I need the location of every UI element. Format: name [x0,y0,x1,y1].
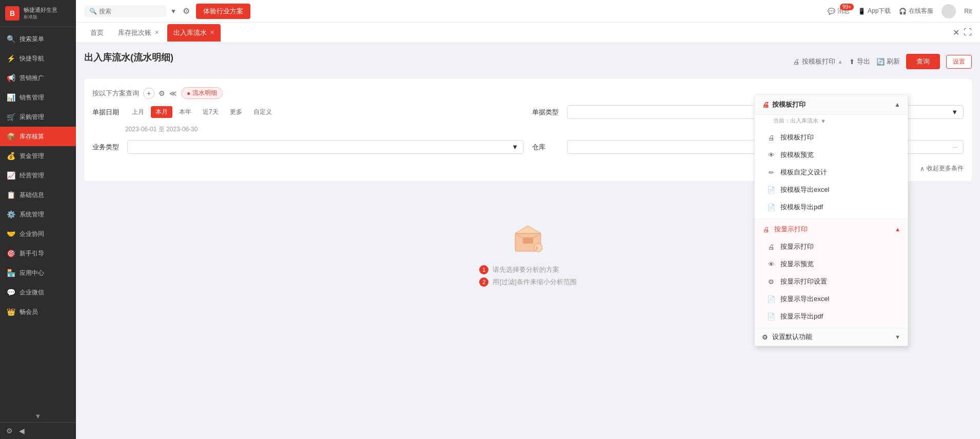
tab-home[interactable]: 首页 [84,24,110,42]
template-pdf-label: 按模板导出pdf [780,203,823,212]
header-online-service[interactable]: 🎧 在线客服 [899,7,933,15]
filter-tag[interactable]: ● 流水明细 [181,87,223,99]
sidebar-item-shortcut[interactable]: ⚡ 快捷导航 [0,49,76,68]
collapse-label: 收起更多条件 [927,164,964,173]
dropdown-template-preview[interactable]: 👁 按模板预览 [755,146,908,164]
sidebar-scroll-down[interactable]: ▼ [0,410,76,422]
dropdown-display-pdf[interactable]: 📄 按显示导出pdf [755,308,908,325]
dropdown-display-print[interactable]: 🖨 按显示打印 [755,238,908,255]
refresh-btn[interactable]: 🔄 刷新 [876,57,900,66]
business-label: 业务类型 [92,143,123,152]
display-print-icon: 🖨 [767,243,775,251]
date-btn-this-year[interactable]: 本年 [174,106,196,118]
header-search-input[interactable] [99,8,161,15]
message-badge: 99+ [840,4,854,10]
dropdown-template-print[interactable]: 🖨 按模板打印 [755,129,908,146]
sidebar-label-operation: 经营管理 [19,171,44,180]
business-dropdown-arrow: ▼ [512,143,518,151]
step-num-2: 2 [479,277,488,287]
purchase-icon: 🛒 [6,112,15,122]
tab-flow[interactable]: 出入库流水 ✕ [167,24,221,42]
dropdown-display-preview[interactable]: 👁 按显示预览 [755,255,908,273]
dropdown-template-pdf[interactable]: 📄 按模板导出pdf [755,198,908,216]
dropdown-display-settings[interactable]: ⚙ 按显示打印设置 [755,273,908,290]
sidebar-item-corp[interactable]: 🤝 企业协同 [0,224,76,244]
sidebar-label-sales: 销售管理 [19,93,44,102]
sidebar: B 畅捷通好生意 标准版 🔍 搜索菜单 ⚡ 快捷导航 📢 营销推广 📊 销售管理… [0,0,76,439]
sidebar-item-finance[interactable]: 💰 资金管理 [0,146,76,166]
user-avatar[interactable] [942,4,956,18]
header-search-box[interactable]: 🔍 [84,6,166,17]
sidebar-item-system[interactable]: ⚙️ 系统管理 [0,205,76,224]
filter-settings-icon[interactable]: ⚙ [159,89,165,97]
settings-bottom-icon[interactable]: ⚙ [6,427,13,435]
username-label: Rit [964,8,972,15]
display-preview-icon: 👁 [767,260,775,268]
header-gear-icon[interactable]: ⚙ [183,6,190,16]
collapse-sidebar-icon[interactable]: ◀ [19,427,25,435]
sidebar-label-system: 系统管理 [19,210,44,219]
sidebar-item-member[interactable]: 👑 畅会员 [0,302,76,322]
sidebar-item-guide[interactable]: 🎯 新手引导 [0,244,76,263]
warehouse-more-icon[interactable]: ··· [952,143,958,151]
close-window-icon[interactable]: ✕ [953,28,959,37]
sidebar-bottom: ⚙ ◀ [0,422,76,439]
dropdown-footer[interactable]: ⚙ 设置默认功能 ▼ [755,328,908,346]
sidebar-item-basic[interactable]: 📋 基础信息 [0,185,76,205]
sidebar-item-purchase[interactable]: 🛒 采购管理 [0,107,76,127]
sidebar-item-sales[interactable]: 📊 销售管理 [0,88,76,107]
date-btn-last-month[interactable]: 上月 [127,106,149,118]
export-btn[interactable]: ⬆ 导出 [849,57,870,66]
dropdown-display-excel[interactable]: 📄 按显示导出excel [755,290,908,308]
tab-flow-close[interactable]: ✕ [210,29,214,36]
refresh-label: 刷新 [887,57,900,66]
maximize-window-icon[interactable]: ⛶ [964,28,972,37]
app-badge: 标准版 [24,14,57,21]
settings-button[interactable]: 设置 [946,55,972,69]
dropdown-header-arrow[interactable]: ▲ [894,101,900,108]
template-print-label: 按模板打印 [780,133,814,142]
query-button[interactable]: 查询 [906,54,940,69]
wechat-icon: 💬 [6,288,15,297]
date-btn-custom[interactable]: 自定义 [249,106,277,118]
app-name: 畅捷通好生意 [24,6,57,13]
date-btn-this-month[interactable]: 本月 [151,106,172,118]
current-label-text: 当前：出入库流水 [773,117,818,125]
dropdown-display-group-header[interactable]: 🖨 按显示打印 ▲ [755,221,908,238]
step-1-text: 请先选择要分析的方案 [493,265,559,274]
business-select[interactable]: ▼ [127,140,524,154]
print-template-btn[interactable]: 🖨 按模板打印 ▲ [793,57,843,66]
trial-button[interactable]: 体验行业方案 [196,4,250,19]
sidebar-item-inventory[interactable]: 📦 库存核算 [0,127,76,146]
dropdown-template-design[interactable]: ✏ 模板自定义设计 [755,164,908,181]
sidebar-label-search: 搜索菜单 [19,35,44,44]
dropdown-title-text: 按模板打印 [772,100,806,109]
print-template-icon: 🖨 [793,58,800,66]
dropdown-template-excel[interactable]: 📄 按模板导出excel [755,181,908,198]
sidebar-label-basic: 基础信息 [19,191,44,199]
dropdown-template-section: 🖨 按模板打印 👁 按模板预览 ✏ 模板自定义设计 📄 按模板导出excel 📄 [755,127,908,218]
step-num-1: 1 [479,265,488,274]
header: 🔍 ▼ ⚙ 体验行业方案 💬 消息 99+ 📱 App下载 🎧 在线客服 Rit [76,0,980,23]
dropdown-print-icon: 🖨 [762,101,769,109]
date-btn-last7[interactable]: 近7天 [198,106,223,118]
date-btn-more[interactable]: 更多 [225,106,247,118]
sidebar-item-search[interactable]: 🔍 搜索菜单 [0,29,76,49]
tab-flow-label: 出入库流水 [173,28,207,37]
filter-add-button[interactable]: + [143,88,154,99]
sidebar-item-wechat[interactable]: 💬 企业微信 [0,283,76,302]
page-toolbar: 🖨 按模板打印 ▲ ⬆ 导出 🔄 刷新 查询 设置 [793,54,972,69]
sidebar-item-apps[interactable]: 🏪 应用中心 [0,263,76,283]
dropdown-divider [755,219,908,220]
tab-batch-close[interactable]: ✕ [154,29,159,36]
sidebar-item-marketing[interactable]: 📢 营销推广 [0,68,76,88]
tab-batch[interactable]: 库存批次账 ✕ [112,24,165,42]
sidebar-item-operation[interactable]: 📈 经营管理 [0,166,76,185]
sidebar-label-finance: 资金管理 [19,152,44,161]
template-design-label: 模板自定义设计 [780,168,827,177]
service-label: 在线客服 [909,7,933,15]
header-dropdown-arrow[interactable]: ▼ [170,8,177,15]
filter-collapse-icon[interactable]: ≪ [169,89,177,97]
header-message[interactable]: 💬 消息 99+ [828,7,850,15]
header-app-download[interactable]: 📱 App下载 [858,7,891,15]
